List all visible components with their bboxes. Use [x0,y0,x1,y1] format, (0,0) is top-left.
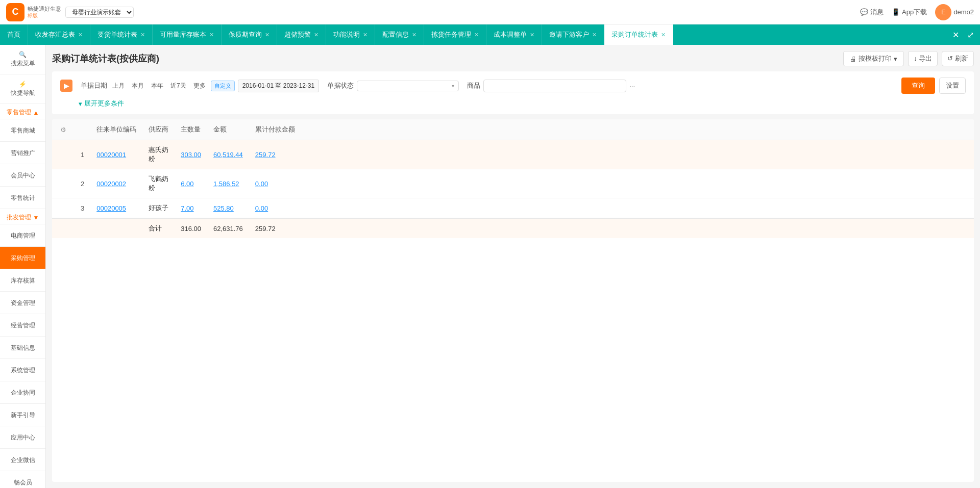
shortcut-7days[interactable]: 近7天 [168,81,188,91]
sidebar-item-shortcut[interactable]: ⚡ 快捷导航 [0,74,45,104]
shortcut-more[interactable]: 更多 [191,81,208,91]
account-select[interactable]: 母婴行业演示账套 [65,7,134,18]
page-title: 采购订单统计表(按供应商) [52,53,159,65]
close-icon[interactable]: ✕ [661,32,666,38]
goods-input[interactable] [483,80,626,92]
close-icon[interactable]: ✕ [265,32,270,38]
shortcut-this-month[interactable]: 本月 [130,81,146,91]
col-supplier: 供应商 [142,119,175,140]
tab-baozhi[interactable]: 保质期查询 ✕ [222,24,277,45]
col-paid: 累计付款金额 [249,119,301,140]
table-header: ⚙ 往来单位编码 供应商 主数量 金额 累计付款金额 [52,119,974,140]
col-code: 往来单位编码 [90,119,142,140]
sidebar-item-enterprise[interactable]: 企业协同 [0,381,45,404]
sidebar-item-vip[interactable]: 畅会员 [0,471,45,488]
date-shortcuts: 上月 本月 本年 近7天 更多 自定义 [110,81,235,91]
sidebar-item-system[interactable]: 系统管理 [0,359,45,381]
settings-button[interactable]: 设置 [939,78,966,94]
shortcut-last-month[interactable]: 上月 [110,81,127,91]
message-btn[interactable]: 💬 消息 [860,8,884,17]
table-row: 3 00020005 好孩子 7.00 525.80 0.00 [52,198,974,219]
close-icon[interactable]: ✕ [412,32,416,38]
logo-area: C 畅捷通好生意 标版 [6,3,61,21]
close-icon[interactable]: ✕ [474,32,479,38]
filter-status-item: 单据状态 ▾ [327,81,459,91]
layout: 🔍 搜索菜单 ⚡ 快捷导航 零售管理 ▲ 零售商城 营销推广 会员中心 零售统计… [0,45,980,488]
more-options-icon[interactable]: ··· [629,82,635,90]
export-button[interactable]: ↓ 导出 [908,51,938,66]
logo-icon: C [6,3,24,21]
col-settings[interactable]: ⚙ [52,119,75,140]
search-icon: 🔍 [0,51,45,58]
col-qty: 主数量 [175,119,207,140]
status-select[interactable]: ▾ [357,81,459,91]
close-icon[interactable]: ✕ [363,32,368,38]
filter-goods-item: 商品 ··· [467,80,635,92]
close-icon[interactable]: ✕ [314,32,318,38]
data-table: ⚙ 往来单位编码 供应商 主数量 金额 累计付款金额 1 [52,119,974,238]
sidebar-item-retail-shop[interactable]: 零售商城 [0,119,45,142]
dropdown-arrow-icon: ▾ [452,83,454,89]
sidebar-item-wechat[interactable]: 企业微信 [0,449,45,471]
chevron-up-icon: ▲ [33,109,39,116]
logo-text: 畅捷通好生意 标版 [28,5,61,19]
top-bar-left: C 畅捷通好生意 标版 母婴行业演示账套 [6,3,134,21]
top-bar-right: 💬 消息 📱 App下载 E demo2 [860,4,974,20]
template-print-button[interactable]: 🖨 按模板打印 ▾ [843,51,904,66]
sidebar-item-operation[interactable]: 经营管理 [0,314,45,337]
col-amount: 金额 [207,119,249,140]
nav-close-btn[interactable]: ✕ [950,28,961,42]
chevron-down-icon: ▾ [894,55,897,63]
custom-badge[interactable]: 自定义 [211,81,235,91]
sidebar-item-inventory[interactable]: 库存核算 [0,269,45,292]
tab-keyongliang[interactable]: 可用量库存账本 ✕ [153,24,222,45]
filter-date-item: 单据日期 上月 本月 本年 近7天 更多 自定义 2016-01-01 至 20… [81,80,319,92]
sidebar-item-purchase[interactable]: 采购管理 [0,247,45,269]
sidebar-item-finance[interactable]: 资金管理 [0,292,45,314]
sidebar: 🔍 搜索菜单 ⚡ 快捷导航 零售管理 ▲ 零售商城 营销推广 会员中心 零售统计… [0,45,46,488]
user-avatar-area[interactable]: E demo2 [935,4,974,20]
refresh-button[interactable]: ↺ 刷新 [942,51,974,66]
app-download-btn[interactable]: 📱 App下载 [892,8,927,17]
close-icon[interactable]: ✕ [530,32,534,38]
sidebar-item-marketing[interactable]: 营销推广 [0,142,45,164]
page-header: 采购订单统计表(按供应商) 🖨 按模板打印 ▾ ↓ 导出 ↺ 刷新 [52,51,974,66]
shortcut-this-year[interactable]: 本年 [149,81,165,91]
settings-icon[interactable]: ⚙ [58,124,68,135]
nav-expand-btn[interactable]: ⤢ [965,28,976,42]
tab-shoufahui[interactable]: 收发存汇总表 ✕ [28,24,90,45]
query-button[interactable]: 查询 [901,78,935,94]
sidebar-item-appcenter[interactable]: 应用中心 [0,426,45,449]
sidebar-item-basic[interactable]: 基础信息 [0,337,45,359]
expand-more-button[interactable]: ▾ 展开更多条件 [79,99,124,108]
filter-collapse-button[interactable]: ▶ [60,80,72,92]
sidebar-item-ecommerce[interactable]: 电商管理 [0,224,45,247]
tab-caigou[interactable]: 采购订单统计表 ✕ [604,24,673,45]
sidebar-section-batch[interactable]: 批发管理 ▼ [0,209,45,224]
date-range-text[interactable]: 2016-01-01 至 2023-12-31 [238,80,319,92]
chevron-down-icon: ▼ [33,214,39,221]
tab-chengben[interactable]: 成本调整单 ✕ [486,24,542,45]
close-icon[interactable]: ✕ [140,32,145,38]
breadcrumb-area: 母婴行业演示账套 [65,7,134,18]
tab-gongneng[interactable]: 功能说明 ✕ [326,24,375,45]
filter-row-2: ▾ 展开更多条件 [60,99,966,108]
sidebar-item-member[interactable]: 会员中心 [0,164,45,187]
top-bar: C 畅捷通好生意 标版 母婴行业演示账套 💬 消息 📱 App下载 E demo… [0,0,980,24]
close-icon[interactable]: ✕ [592,32,597,38]
nav-tabs: 首页 收发存汇总表 ✕ 要货单统计表 ✕ 可用量库存账本 ✕ 保质期查询 ✕ 超… [0,24,980,45]
tab-peizhi[interactable]: 配置信息 ✕ [375,24,424,45]
close-icon[interactable]: ✕ [78,32,83,38]
sidebar-item-search[interactable]: 🔍 搜索菜单 [0,45,45,74]
tab-home[interactable]: 首页 [0,24,28,45]
sidebar-item-newguide[interactable]: 新手引导 [0,404,45,426]
close-icon[interactable]: ✕ [209,32,214,38]
app-icon: 📱 [892,8,900,16]
sidebar-item-retail-stat[interactable]: 零售统计 [0,187,45,209]
tab-tuohuo[interactable]: 拣货任务管理 ✕ [424,24,486,45]
tab-yaohuo[interactable]: 要货单统计表 ✕ [90,24,153,45]
sidebar-section-retail[interactable]: 零售管理 ▲ [0,104,45,119]
tab-chaochu[interactable]: 超储预警 ✕ [277,24,326,45]
tab-yaoqing[interactable]: 邀请下游客户 ✕ [542,24,604,45]
export-icon: ↓ [914,55,917,62]
